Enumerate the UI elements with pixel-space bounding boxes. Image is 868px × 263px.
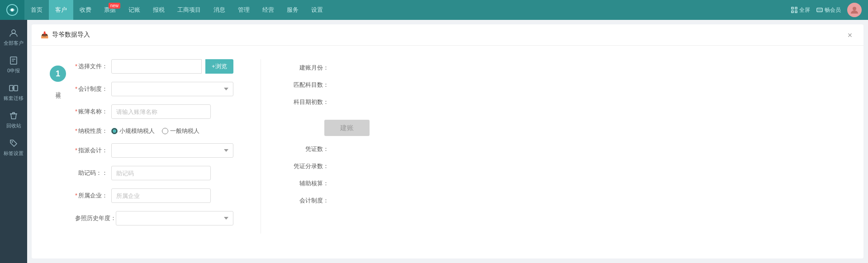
sidebar-item-tag-settings[interactable]: 标签设置 bbox=[1, 135, 26, 160]
ledger-name-input[interactable] bbox=[111, 104, 211, 119]
subject-init-row: 科目期初数： bbox=[288, 98, 406, 106]
vip-btn[interactable]: 畅会员 bbox=[816, 6, 841, 14]
main-layout: 全部客户 0申报 账套迁移 回收站 标签设置 📥 导爷数据导入 × bbox=[0, 20, 868, 263]
aux-accounting-row: 辅助核算： bbox=[288, 179, 406, 188]
step-indicator: 1 bbox=[50, 61, 66, 82]
jianzh-month-label: 建账月份： bbox=[288, 64, 329, 72]
page-container: 📥 导爷数据导入 × 1 建账 bbox=[32, 24, 863, 258]
svg-rect-4 bbox=[792, 11, 793, 13]
accountant-row: *指派会计： bbox=[75, 143, 233, 158]
tax-small-scale-radio[interactable] bbox=[111, 128, 118, 134]
jianzh-month-row: 建账月份： bbox=[288, 64, 406, 72]
sidebar-item-all-customers[interactable]: 全部客户 bbox=[1, 24, 26, 50]
step-label: 建账 bbox=[54, 87, 62, 91]
form-right: 建账月份： 匹配科目数： 科目期初数： 建账 bbox=[288, 59, 406, 234]
file-input-group: +浏览 bbox=[111, 59, 233, 74]
nav-badge-票据: new bbox=[109, 3, 120, 9]
memo-label: 助记码：： bbox=[75, 169, 111, 177]
fullscreen-btn[interactable]: 全屏 bbox=[791, 6, 810, 14]
accounting-system-select[interactable] bbox=[111, 82, 233, 96]
accounting-system-info-label: 会计制度： bbox=[288, 197, 329, 205]
memo-input[interactable] bbox=[111, 166, 211, 180]
svg-point-12 bbox=[12, 141, 13, 143]
nav-item-首页[interactable]: 首页 bbox=[24, 0, 49, 20]
sidebar: 全部客户 0申报 账套迁移 回收站 标签设置 bbox=[0, 20, 27, 263]
step-circle: 1 bbox=[50, 66, 66, 82]
nav-item-消息[interactable]: 消息 bbox=[207, 0, 232, 20]
file-input[interactable] bbox=[111, 59, 202, 74]
tax-type-label: *纳税性质： bbox=[75, 127, 111, 135]
history-year-row: 参照历史年度： bbox=[75, 211, 233, 225]
voucher-count-value bbox=[332, 146, 406, 153]
history-year-content bbox=[116, 211, 233, 225]
subject-init-value bbox=[332, 99, 406, 106]
svg-rect-3 bbox=[795, 7, 797, 9]
voucher-entries-row: 凭证分录数： bbox=[288, 162, 406, 170]
sidebar-item-zero-report[interactable]: 0申报 bbox=[1, 52, 26, 78]
jianzh-btn-wrapper: 建账 bbox=[288, 115, 406, 136]
top-nav: 首页客户收费票据new记账报税工商项目消息管理经营服务设置 全屏 畅会员 bbox=[0, 0, 868, 20]
company-label: *所属企业： bbox=[75, 192, 111, 200]
svg-point-7 bbox=[853, 7, 856, 10]
svg-rect-5 bbox=[795, 11, 797, 13]
nav-right: 全屏 畅会员 bbox=[791, 3, 862, 17]
form-fields: *选择文件： +浏览 *会计制度： bbox=[75, 59, 233, 234]
tax-type-content: 小规模纳税人 一般纳税人 bbox=[111, 127, 233, 135]
company-input[interactable] bbox=[111, 188, 211, 203]
page-title: 导爷数据导入 bbox=[52, 31, 90, 39]
accounting-system-info-value bbox=[332, 197, 406, 204]
svg-rect-10 bbox=[9, 85, 13, 91]
sidebar-item-account-migration[interactable]: 账套迁移 bbox=[1, 80, 26, 105]
memo-content bbox=[111, 166, 233, 180]
form-area: 1 建账 *选择文件： bbox=[32, 46, 863, 247]
match-subjects-label: 匹配科目数： bbox=[288, 81, 329, 89]
svg-point-8 bbox=[12, 30, 15, 33]
jianzh-month-value bbox=[332, 64, 406, 71]
svg-point-1 bbox=[11, 9, 14, 11]
browse-button[interactable]: +浏览 bbox=[205, 59, 233, 74]
tax-general-label[interactable]: 一般纳税人 bbox=[162, 127, 199, 135]
voucher-entries-value bbox=[332, 163, 406, 170]
user-avatar[interactable] bbox=[847, 3, 862, 17]
tax-small-scale-label[interactable]: 小规模纳税人 bbox=[111, 127, 155, 135]
close-button[interactable]: × bbox=[844, 29, 856, 42]
accountant-content bbox=[111, 143, 233, 158]
form-left: 1 建账 *选择文件： bbox=[50, 59, 233, 234]
nav-item-管理[interactable]: 管理 bbox=[232, 0, 256, 20]
nav-item-票据[interactable]: 票据new bbox=[98, 0, 122, 20]
accountant-label: *指派会计： bbox=[75, 146, 111, 155]
nav-item-客户[interactable]: 客户 bbox=[49, 0, 73, 20]
nav-item-收费[interactable]: 收费 bbox=[73, 0, 98, 20]
nav-item-经营[interactable]: 经营 bbox=[256, 0, 280, 20]
jianzh-button[interactable]: 建账 bbox=[324, 120, 370, 136]
page-header: 📥 导爷数据导入 × bbox=[32, 24, 863, 46]
tax-general-radio[interactable] bbox=[162, 128, 168, 134]
app-logo[interactable] bbox=[0, 0, 24, 20]
sidebar-item-recycle[interactable]: 回收站 bbox=[1, 107, 26, 133]
company-content bbox=[111, 188, 233, 203]
tax-type-radio-group: 小规模纳税人 一般纳税人 bbox=[111, 127, 199, 135]
voucher-entries-label: 凭证分录数： bbox=[288, 162, 329, 170]
voucher-count-label: 凭证数： bbox=[288, 145, 329, 153]
page-header-icon: 📥 bbox=[41, 31, 48, 38]
match-subjects-value bbox=[332, 81, 406, 89]
tax-type-row: *纳税性质： 小规模纳税人 bbox=[75, 127, 233, 135]
svg-rect-9 bbox=[10, 57, 17, 64]
nav-item-服务[interactable]: 服务 bbox=[280, 0, 305, 20]
content-area: 📥 导爷数据导入 × 1 建账 bbox=[27, 20, 868, 263]
accounting-system-content bbox=[111, 82, 233, 96]
nav-items: 首页客户收费票据new记账报税工商项目消息管理经营服务设置 bbox=[24, 0, 791, 20]
file-row: *选择文件： +浏览 bbox=[75, 59, 233, 74]
nav-item-报税[interactable]: 报税 bbox=[147, 0, 171, 20]
ledger-name-row: *账簿名称： bbox=[75, 104, 233, 119]
nav-item-设置[interactable]: 设置 bbox=[305, 0, 329, 20]
aux-accounting-value bbox=[332, 180, 406, 187]
vertical-divider bbox=[261, 59, 261, 234]
accounting-system-info-row: 会计制度： bbox=[288, 197, 406, 205]
accountant-select[interactable] bbox=[111, 143, 233, 158]
nav-item-工商项目[interactable]: 工商项目 bbox=[171, 0, 207, 20]
aux-accounting-label: 辅助核算： bbox=[288, 179, 329, 188]
nav-item-记账[interactable]: 记账 bbox=[122, 0, 147, 20]
history-year-select[interactable] bbox=[116, 211, 233, 225]
file-label: *选择文件： bbox=[75, 62, 111, 70]
